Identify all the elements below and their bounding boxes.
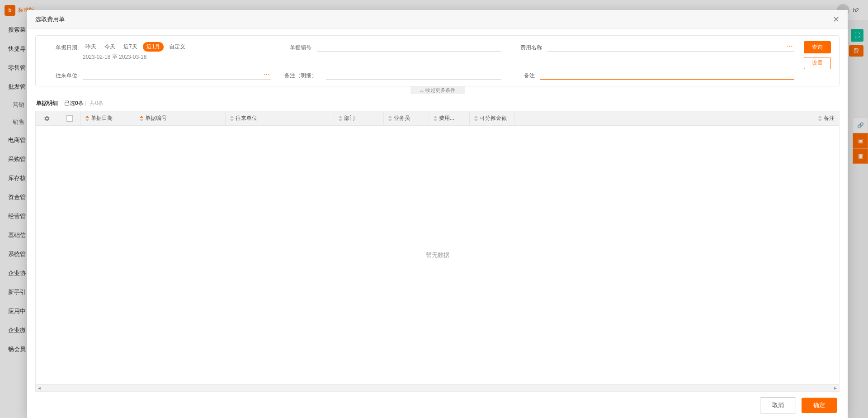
- more-icon[interactable]: ···: [264, 71, 270, 77]
- column-header-no[interactable]: 单据编号: [135, 111, 226, 125]
- date-chip-0[interactable]: 昨天: [83, 42, 99, 52]
- ok-button[interactable]: 确定: [802, 398, 837, 413]
- column-label: 备注: [824, 114, 835, 122]
- column-header-date[interactable]: 单据日期: [81, 111, 135, 125]
- filter-feename-label: 费用名称: [515, 42, 542, 52]
- close-icon[interactable]: ✕: [833, 15, 840, 24]
- filter-remark-label: 备注: [515, 70, 535, 80]
- filter-feename-input[interactable]: [547, 42, 794, 52]
- column-header-dept[interactable]: 部门: [334, 111, 384, 125]
- column-label: 单据编号: [145, 114, 167, 122]
- horizontal-scrollbar[interactable]: [36, 384, 839, 391]
- collapse-filters-label: 收起更多条件: [425, 87, 455, 93]
- select-expense-modal: 选取费用单 ✕ 单据日期 昨天今天近7天近1月自定义 2023-02-18 至 …: [27, 10, 848, 418]
- sort-icon[interactable]: [140, 116, 143, 121]
- filter-remark-detail-label: 备注（明细）: [284, 70, 321, 80]
- column-label: 费用...: [439, 114, 454, 122]
- filter-date-label: 单据日期: [45, 42, 77, 52]
- filter-date-range: 2023-02-18 至 2023-03-18: [83, 53, 271, 61]
- column-label: 业务员: [394, 114, 410, 122]
- detail-selected: 已选0条 共0条: [64, 100, 104, 107]
- sort-icon[interactable]: [339, 116, 342, 121]
- column-header-chk[interactable]: [58, 111, 81, 125]
- column-header-remark[interactable]: 备注: [515, 111, 839, 125]
- sort-icon[interactable]: [474, 116, 478, 121]
- column-label: 往来单位: [236, 114, 257, 122]
- date-chip-3[interactable]: 近1月: [143, 42, 164, 52]
- empty-state: 暂无数据: [36, 126, 839, 384]
- date-chip-1[interactable]: 今天: [102, 42, 118, 52]
- sort-icon[interactable]: [818, 116, 822, 121]
- column-header-gear[interactable]: [36, 111, 58, 125]
- column-label: 单据日期: [91, 114, 113, 122]
- filter-panel: 单据日期 昨天今天近7天近1月自定义 2023-02-18 至 2023-03-…: [35, 35, 840, 86]
- modal-title: 选取费用单: [35, 15, 65, 24]
- sort-icon[interactable]: [388, 116, 392, 121]
- filter-docno-input[interactable]: [317, 42, 501, 52]
- settings-button[interactable]: 设置: [804, 57, 831, 69]
- date-chip-2[interactable]: 近7天: [121, 42, 140, 52]
- filter-remark-detail-input[interactable]: [326, 70, 501, 80]
- detail-title: 单据明细: [36, 100, 58, 107]
- column-header-fee[interactable]: 费用...: [429, 111, 470, 125]
- column-header-amount[interactable]: 可分摊金额: [470, 111, 515, 125]
- filter-partner-label: 往来单位: [45, 70, 77, 80]
- filter-remark-input[interactable]: [540, 70, 794, 80]
- column-header-clerk[interactable]: 业务员: [384, 111, 429, 125]
- gear-icon[interactable]: [44, 115, 50, 122]
- date-chip-4[interactable]: 自定义: [166, 42, 188, 52]
- filter-partner-input[interactable]: [83, 70, 271, 80]
- sort-icon[interactable]: [434, 116, 437, 121]
- filter-docno-label: 单据编号: [284, 42, 311, 52]
- collapse-filters-button[interactable]: 收起更多条件: [410, 86, 465, 94]
- column-label: 可分摊金额: [480, 114, 507, 122]
- expense-table: 单据日期单据编号往来单位部门业务员费用...可分摊金额备注 暂无数据: [35, 111, 840, 392]
- sort-icon[interactable]: [85, 116, 89, 121]
- column-label: 部门: [344, 114, 355, 122]
- select-all-checkbox[interactable]: [66, 115, 73, 122]
- cancel-button[interactable]: 取消: [760, 397, 796, 413]
- more-icon[interactable]: ···: [787, 43, 793, 49]
- column-header-partner[interactable]: 往来单位: [226, 111, 334, 125]
- sort-icon[interactable]: [230, 116, 234, 121]
- search-button[interactable]: 查询: [804, 41, 831, 53]
